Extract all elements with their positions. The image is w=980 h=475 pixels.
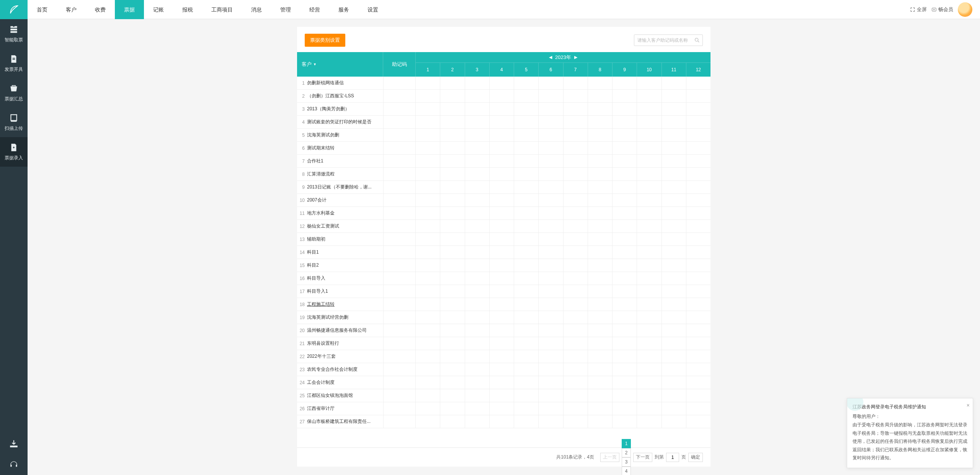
pager-page-3[interactable]: 3	[622, 457, 631, 467]
cell-month[interactable]	[662, 311, 686, 324]
cell-month[interactable]	[637, 77, 662, 89]
cell-month[interactable]	[564, 181, 588, 193]
cell-month[interactable]	[539, 259, 563, 272]
sidebar-item-0[interactable]: 智能取票	[0, 19, 28, 49]
cell-month[interactable]	[539, 272, 563, 285]
cell-month[interactable]	[465, 259, 490, 272]
cell-month[interactable]	[490, 324, 514, 337]
cell-month[interactable]	[465, 363, 490, 376]
cell-month[interactable]	[637, 207, 662, 219]
sidebar-item-1[interactable]: 发票开具	[0, 49, 28, 78]
col-header-code[interactable]: 助记码	[383, 52, 416, 77]
search-input[interactable]	[634, 34, 703, 46]
pager-page-4[interactable]: 4	[622, 467, 631, 475]
download-button[interactable]	[0, 434, 28, 454]
cell-month[interactable]	[588, 181, 612, 193]
nav-item-1[interactable]: 客户	[57, 0, 86, 19]
cell-month[interactable]	[465, 233, 490, 246]
cell-month[interactable]	[662, 259, 686, 272]
table-row[interactable]: 15科目2	[297, 259, 710, 272]
cell-month[interactable]	[514, 181, 539, 193]
cell-month[interactable]	[637, 402, 662, 415]
cell-month[interactable]	[637, 415, 662, 428]
nav-item-5[interactable]: 报税	[173, 0, 202, 19]
cell-month[interactable]	[686, 129, 710, 141]
avatar[interactable]	[958, 2, 972, 17]
category-settings-button[interactable]: 票据类别设置	[305, 34, 345, 47]
cell-month[interactable]	[564, 363, 588, 376]
cell-month[interactable]	[662, 337, 686, 350]
cell-month[interactable]	[490, 363, 514, 376]
cell-month[interactable]	[490, 129, 514, 141]
cell-month[interactable]	[539, 337, 563, 350]
cell-code[interactable]	[383, 363, 416, 376]
cell-code[interactable]	[383, 77, 416, 89]
cell-month[interactable]	[662, 389, 686, 402]
cell-month[interactable]	[612, 142, 637, 154]
cell-month[interactable]	[564, 142, 588, 154]
nav-item-8[interactable]: 管理	[271, 0, 300, 19]
col-header-month-1[interactable]: 1	[416, 63, 440, 77]
table-row[interactable]: 21东明县设置鞋行	[297, 337, 710, 350]
cell-month[interactable]	[588, 233, 612, 246]
cell-month[interactable]	[662, 324, 686, 337]
cell-month[interactable]	[686, 350, 710, 363]
cell-month[interactable]	[588, 272, 612, 285]
cell-month[interactable]	[416, 207, 440, 219]
cell-code[interactable]	[383, 402, 416, 415]
cell-month[interactable]	[637, 129, 662, 141]
cell-month[interactable]	[539, 376, 563, 389]
cell-month[interactable]	[637, 337, 662, 350]
cell-month[interactable]	[539, 363, 563, 376]
cell-month[interactable]	[564, 194, 588, 206]
cell-code[interactable]	[383, 376, 416, 389]
pager-prev-button[interactable]: 上一页	[600, 453, 619, 462]
cell-month[interactable]	[662, 207, 686, 219]
cell-month[interactable]	[612, 285, 637, 298]
cell-month[interactable]	[637, 181, 662, 193]
cell-month[interactable]	[637, 194, 662, 206]
support-button[interactable]	[0, 454, 28, 475]
cell-month[interactable]	[490, 376, 514, 389]
cell-month[interactable]	[686, 181, 710, 193]
cell-month[interactable]	[440, 142, 465, 154]
cell-month[interactable]	[465, 168, 490, 180]
cell-month[interactable]	[686, 272, 710, 285]
cell-month[interactable]	[662, 90, 686, 102]
cell-month[interactable]	[637, 259, 662, 272]
year-prev-button[interactable]: ◀	[549, 55, 552, 60]
cell-month[interactable]	[588, 129, 612, 141]
cell-month[interactable]	[637, 233, 662, 246]
cell-code[interactable]	[383, 415, 416, 428]
cell-month[interactable]	[564, 337, 588, 350]
cell-month[interactable]	[686, 116, 710, 128]
cell-code[interactable]	[383, 285, 416, 298]
table-row[interactable]: 92013日记账（不要删除哈，谢...	[297, 181, 710, 194]
cell-month[interactable]	[637, 103, 662, 115]
cell-month[interactable]	[588, 402, 612, 415]
cell-month[interactable]	[490, 337, 514, 350]
cell-month[interactable]	[514, 90, 539, 102]
cell-month[interactable]	[564, 207, 588, 219]
cell-code[interactable]	[383, 155, 416, 167]
cell-month[interactable]	[514, 272, 539, 285]
cell-month[interactable]	[612, 246, 637, 259]
cell-month[interactable]	[490, 415, 514, 428]
sidebar-item-3[interactable]: 扫描上传	[0, 108, 28, 137]
cell-month[interactable]	[514, 402, 539, 415]
cell-month[interactable]	[514, 168, 539, 180]
cell-month[interactable]	[612, 220, 637, 233]
cell-month[interactable]	[637, 350, 662, 363]
cell-month[interactable]	[416, 220, 440, 233]
cell-month[interactable]	[514, 233, 539, 246]
cell-code[interactable]	[383, 103, 416, 115]
cell-month[interactable]	[612, 376, 637, 389]
year-next-button[interactable]: ▶	[574, 55, 577, 60]
cell-month[interactable]	[514, 415, 539, 428]
cell-month[interactable]	[490, 207, 514, 219]
table-row[interactable]: 19沈海英测试经营勿删	[297, 311, 710, 324]
cell-month[interactable]	[662, 272, 686, 285]
nav-item-7[interactable]: 消息	[242, 0, 271, 19]
cell-month[interactable]	[539, 311, 563, 324]
cell-month[interactable]	[539, 415, 563, 428]
